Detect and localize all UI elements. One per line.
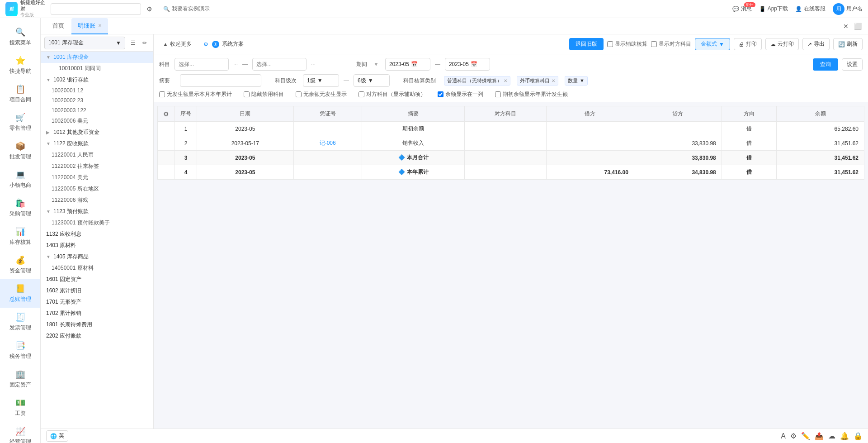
tab-minimize-btn[interactable]: ⬜ bbox=[851, 21, 864, 32]
online-service-btn[interactable]: 👤 在线客服 bbox=[795, 5, 826, 13]
tab-detail-close[interactable]: ✕ bbox=[98, 23, 102, 28]
tree-item-10010001[interactable]: 10010001 同同同 bbox=[41, 63, 153, 74]
cb-balance-one-col[interactable]: 余额显示在一列 bbox=[438, 91, 483, 98]
tree-item-1132[interactable]: 1132 应收利息 bbox=[41, 229, 153, 240]
settings-icon[interactable]: ⚙ bbox=[145, 4, 154, 14]
tree-item-1123[interactable]: ▼ 1123 预付账款 bbox=[41, 206, 153, 217]
tree-item-1403[interactable]: 1403 原材料 bbox=[41, 240, 153, 251]
show-aux-input[interactable] bbox=[607, 41, 613, 47]
period-end-input[interactable]: 2023-05 📅 bbox=[445, 58, 490, 71]
upload-status-icon[interactable]: 📤 bbox=[815, 432, 824, 440]
tree-item-1602[interactable]: 1602 累计折旧 bbox=[41, 285, 153, 296]
tab-detail[interactable]: 明细账 ✕ bbox=[71, 18, 108, 34]
tree-item-1012[interactable]: ▶ 1012 其他货币资金 bbox=[41, 127, 153, 138]
export-btn[interactable]: ↗ 导出 bbox=[802, 38, 830, 50]
tree-item-1002[interactable]: ▼ 1002 银行存款 bbox=[41, 74, 153, 86]
tree-item-1801[interactable]: 1801 长期待摊费用 bbox=[41, 319, 153, 330]
tree-item-1405[interactable]: ▼ 1405 库存商品 bbox=[41, 251, 153, 262]
level-start-select[interactable]: 1级 ▼ bbox=[303, 74, 339, 87]
show-opposite-input[interactable] bbox=[651, 41, 657, 47]
top-search-input[interactable] bbox=[51, 3, 141, 15]
cb-no-balance2-input[interactable] bbox=[296, 91, 302, 97]
print-btn[interactable]: 🖨 打印 bbox=[734, 38, 762, 50]
tree-item-1601[interactable]: 1601 固定资产 bbox=[41, 274, 153, 285]
lang-btn[interactable]: 🌐 英 bbox=[46, 430, 68, 442]
sidebar-item-management[interactable]: 📈 经营管理 bbox=[0, 422, 40, 443]
period-start-input[interactable]: 2023-05 📅 bbox=[385, 58, 430, 71]
cb-show-opposite-input[interactable] bbox=[359, 91, 364, 97]
lock-status-icon[interactable]: 🔒 bbox=[854, 432, 863, 440]
sidebar-item-search[interactable]: 🔍 搜索菜单 bbox=[0, 23, 40, 51]
sidebar-item-inventory[interactable]: 📊 库存核算 bbox=[0, 222, 40, 251]
cb-show-opposite[interactable]: 对方科目（显示辅助项） bbox=[359, 91, 426, 98]
text-icon[interactable]: A bbox=[781, 432, 786, 440]
cb-hide-disabled-input[interactable] bbox=[244, 91, 250, 97]
tag-ordinary-close[interactable]: ✕ bbox=[504, 78, 507, 83]
return-old-btn[interactable]: 退回旧版 bbox=[569, 38, 604, 50]
tag-foreign-close[interactable]: ✕ bbox=[552, 78, 555, 83]
tree-item-1001[interactable]: ▼ 1001 库存现金 bbox=[41, 52, 153, 63]
cb-no-balance[interactable]: 无发生额显示本月本年累计 bbox=[159, 91, 232, 98]
sidebar-item-tax[interactable]: 📑 税务管理 bbox=[0, 336, 40, 365]
tree-item-11220002[interactable]: 11220002 往来标签 bbox=[41, 161, 153, 172]
sidebar-item-invoice[interactable]: 🧾 发票管理 bbox=[0, 308, 40, 336]
cb-no-balance-input[interactable] bbox=[159, 91, 165, 97]
table-gear-btn[interactable]: ⚙ bbox=[163, 110, 169, 118]
tree-item-11220004[interactable]: 11220004 美元 bbox=[41, 172, 153, 183]
refresh-btn[interactable]: 🔄 刷新 bbox=[833, 38, 863, 50]
tree-item-11220006[interactable]: 11220006 游戏 bbox=[41, 195, 153, 206]
tree-item-2202[interactable]: 2202 应付账款 bbox=[41, 330, 153, 342]
sidebar-item-quick-nav[interactable]: ⭐ 快捷导航 bbox=[0, 51, 40, 80]
cb-hide-disabled[interactable]: 隐藏禁用科目 bbox=[244, 91, 284, 98]
tree-item-1702[interactable]: 1702 累计摊销 bbox=[41, 308, 153, 319]
voucher-link-2[interactable]: 记-006 bbox=[320, 140, 336, 146]
sidebar-item-wholesale[interactable]: 📦 批发管理 bbox=[0, 137, 40, 165]
sidebar-item-ecommerce[interactable]: 💻 小畅电商 bbox=[0, 165, 40, 194]
tab-home[interactable]: 首页 bbox=[46, 18, 71, 34]
messages-btn[interactable]: 💬 消息 99+ bbox=[732, 5, 752, 13]
app-download-btn[interactable]: 📱 App下载 bbox=[759, 5, 788, 13]
user-btn[interactable]: 用 用户名 bbox=[833, 3, 863, 15]
show-aux-checkbox[interactable]: 显示辅助核算 bbox=[607, 40, 647, 48]
cb-balance-one-col-input[interactable] bbox=[438, 91, 443, 97]
tree-item-10020003[interactable]: 10020003 122 bbox=[41, 105, 153, 115]
tree-item-10020002[interactable]: 10020002 23 bbox=[41, 95, 153, 105]
panel-list-btn[interactable]: ☰ bbox=[128, 38, 138, 48]
cb-no-balance2[interactable]: 无余额无发生显示 bbox=[296, 91, 347, 98]
demo-link[interactable]: 🔍 我要看实例演示 bbox=[163, 5, 210, 13]
tree-item-14050001[interactable]: 14050001 原材料 bbox=[41, 262, 153, 274]
sidebar-item-retail[interactable]: 🛒 零售管理 bbox=[0, 108, 40, 137]
bell-status-icon[interactable]: 🔔 bbox=[840, 432, 849, 440]
sidebar-item-project[interactable]: 📋 项目合同 bbox=[0, 80, 40, 108]
level-end-select[interactable]: 6级 ▼ bbox=[354, 74, 390, 87]
tree-item-1122[interactable]: ▼ 1122 应收账款 bbox=[41, 138, 153, 149]
query-btn[interactable]: 查询 bbox=[813, 58, 838, 71]
sidebar-item-accounting[interactable]: 📒 总账管理 bbox=[0, 279, 40, 308]
show-opposite-checkbox[interactable]: 显示对方科目 bbox=[651, 40, 691, 48]
subject-input[interactable] bbox=[175, 58, 229, 71]
collapse-trigger[interactable]: ▲ 收起更多 bbox=[159, 38, 195, 50]
tab-maximize-btn[interactable]: ✕ bbox=[840, 21, 851, 32]
cloud-status-icon[interactable]: ☁ bbox=[828, 432, 835, 440]
tree-item-1701[interactable]: 1701 无形资产 bbox=[41, 296, 153, 308]
panel-edit-btn[interactable]: ✏ bbox=[140, 38, 150, 48]
style-btn[interactable]: 金额式 ▼ bbox=[695, 38, 730, 50]
tree-item-11220005[interactable]: 11220005 所在地区 bbox=[41, 183, 153, 195]
cloud-print-btn[interactable]: ☁ 云打印 bbox=[765, 38, 799, 50]
tree-item-10020006[interactable]: 10020006 美元 bbox=[41, 115, 153, 127]
cb-beginning-cumulative-input[interactable] bbox=[495, 91, 501, 97]
subject-end-input[interactable] bbox=[252, 58, 307, 71]
tree-item-10020001[interactable]: 10020001 12 bbox=[41, 86, 153, 95]
tree-item-11220001[interactable]: 11220001 人民币 bbox=[41, 149, 153, 161]
sidebar-item-capital[interactable]: 💰 资金管理 bbox=[0, 251, 40, 279]
sidebar-item-assets[interactable]: 🏢 固定资产 bbox=[0, 365, 40, 393]
tree-item-11230001[interactable]: 11230001 预付账款美于 bbox=[41, 217, 153, 229]
edit-status-icon[interactable]: ✏️ bbox=[801, 432, 810, 440]
account-selector[interactable]: 1001 库存现金 ▼ bbox=[44, 37, 125, 49]
cb-beginning-cumulative[interactable]: 期初余额显示年累计发生额 bbox=[495, 91, 568, 98]
sidebar-item-purchase[interactable]: 🛍️ 采购管理 bbox=[0, 194, 40, 222]
settings-status-icon[interactable]: ⚙ bbox=[790, 432, 797, 440]
summary-input[interactable] bbox=[180, 74, 261, 87]
settings-btn[interactable]: 设置 bbox=[842, 58, 863, 71]
sidebar-item-salary[interactable]: 💵 工资 bbox=[0, 393, 40, 422]
